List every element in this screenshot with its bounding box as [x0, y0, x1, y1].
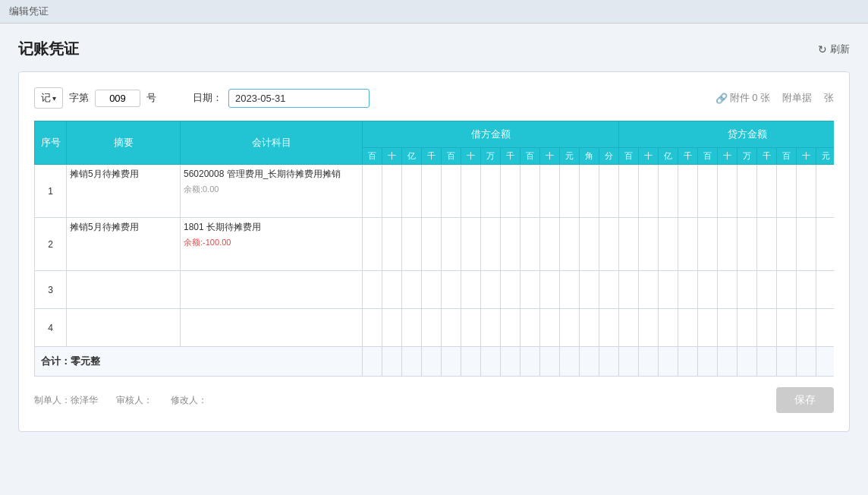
- debit-cell-r3-c12[interactable]: [599, 309, 619, 347]
- debit-cell-r0-c12[interactable]: [599, 165, 619, 218]
- credit-cell-r0-c7[interactable]: [757, 165, 777, 218]
- credit-cell-r0-c3[interactable]: [678, 165, 698, 218]
- debit-cell-r1-c7[interactable]: [501, 218, 520, 271]
- credit-cell-r3-c1[interactable]: [639, 309, 659, 347]
- debit-cell-r1-c9[interactable]: [540, 218, 560, 271]
- debit-cell-r2-c7[interactable]: [501, 271, 520, 309]
- credit-cell-r1-c0[interactable]: [619, 218, 639, 271]
- debit-cell-r0-c10[interactable]: [560, 165, 580, 218]
- debit-cell-r2-c11[interactable]: [580, 271, 599, 309]
- credit-cell-r3-c5[interactable]: [718, 309, 737, 347]
- credit-cell-r0-c5[interactable]: [718, 165, 737, 218]
- debit-cell-r2-c5[interactable]: [461, 271, 481, 309]
- date-input[interactable]: [228, 89, 370, 108]
- voucher-number-input[interactable]: [95, 90, 140, 107]
- debit-cell-r3-c4[interactable]: [442, 309, 461, 347]
- debit-cell-r0-c0[interactable]: [363, 165, 382, 218]
- debit-cell-r2-c2[interactable]: [402, 271, 422, 309]
- debit-cell-r1-c11[interactable]: [580, 218, 599, 271]
- debit-cell-r0-c5[interactable]: [461, 165, 481, 218]
- credit-cell-r0-c1[interactable]: [639, 165, 659, 218]
- credit-cell-r1-c1[interactable]: [639, 218, 659, 271]
- credit-cell-r2-c1[interactable]: [639, 271, 659, 309]
- credit-cell-r0-c4[interactable]: [698, 165, 718, 218]
- debit-cell-r1-c8[interactable]: [520, 218, 540, 271]
- debit-cell-r1-c4[interactable]: [442, 218, 461, 271]
- credit-cell-r0-c10[interactable]: [816, 165, 834, 218]
- debit-cell-r0-c11[interactable]: [580, 165, 599, 218]
- credit-cell-r2-c5[interactable]: [718, 271, 737, 309]
- credit-cell-r1-c9[interactable]: [797, 218, 816, 271]
- credit-cell-r3-c2[interactable]: [659, 309, 678, 347]
- table-row[interactable]: 4: [35, 309, 835, 347]
- save-button[interactable]: 保存: [776, 387, 834, 413]
- credit-cell-r3-c3[interactable]: [678, 309, 698, 347]
- debit-cell-r2-c9[interactable]: [540, 271, 560, 309]
- table-row[interactable]: 3: [35, 271, 835, 309]
- debit-cell-r2-c3[interactable]: [422, 271, 442, 309]
- credit-cell-r1-c6[interactable]: [737, 218, 757, 271]
- credit-cell-r3-c7[interactable]: [757, 309, 777, 347]
- debit-cell-r2-c0[interactable]: [363, 271, 382, 309]
- debit-cell-r0-c1[interactable]: [382, 165, 402, 218]
- voucher-type-button[interactable]: 记 ▾: [34, 87, 63, 109]
- credit-cell-r0-c9[interactable]: [797, 165, 816, 218]
- credit-cell-r1-c4[interactable]: [698, 218, 718, 271]
- credit-cell-r0-c2[interactable]: [659, 165, 678, 218]
- credit-cell-r3-c6[interactable]: [737, 309, 757, 347]
- debit-cell-r1-c6[interactable]: [481, 218, 501, 271]
- credit-cell-r1-c5[interactable]: [718, 218, 737, 271]
- debit-cell-r0-c7[interactable]: [501, 165, 520, 218]
- debit-cell-r0-c2[interactable]: [402, 165, 422, 218]
- debit-cell-r1-c10[interactable]: [560, 218, 580, 271]
- credit-cell-r2-c9[interactable]: [797, 271, 816, 309]
- debit-cell-r1-c0[interactable]: [363, 218, 382, 271]
- debit-cell-r2-c4[interactable]: [442, 271, 461, 309]
- credit-cell-r1-c10[interactable]: [816, 218, 834, 271]
- table-row[interactable]: 2摊销5月待摊费用1801 长期待摊费用余额:-100.00: [35, 218, 835, 271]
- debit-cell-r1-c1[interactable]: [382, 218, 402, 271]
- credit-cell-r2-c3[interactable]: [678, 271, 698, 309]
- debit-cell-r3-c0[interactable]: [363, 309, 382, 347]
- debit-cell-r3-c7[interactable]: [501, 309, 520, 347]
- debit-cell-r1-c12[interactable]: [599, 218, 619, 271]
- debit-cell-r0-c3[interactable]: [422, 165, 442, 218]
- debit-cell-r0-c6[interactable]: [481, 165, 501, 218]
- debit-cell-r3-c3[interactable]: [422, 309, 442, 347]
- debit-cell-r3-c11[interactable]: [580, 309, 599, 347]
- credit-cell-r1-c3[interactable]: [678, 218, 698, 271]
- credit-cell-r0-c6[interactable]: [737, 165, 757, 218]
- row-summary-0[interactable]: 摊销5月待摊费用: [67, 165, 181, 218]
- debit-cell-r3-c5[interactable]: [461, 309, 481, 347]
- credit-cell-r0-c8[interactable]: [777, 165, 797, 218]
- debit-cell-r3-c8[interactable]: [520, 309, 540, 347]
- debit-cell-r3-c9[interactable]: [540, 309, 560, 347]
- credit-cell-r1-c7[interactable]: [757, 218, 777, 271]
- row-summary-1[interactable]: 摊销5月待摊费用: [67, 218, 181, 271]
- debit-cell-r0-c8[interactable]: [520, 165, 540, 218]
- credit-cell-r2-c4[interactable]: [698, 271, 718, 309]
- credit-cell-r2-c7[interactable]: [757, 271, 777, 309]
- debit-cell-r2-c1[interactable]: [382, 271, 402, 309]
- table-row[interactable]: 1摊销5月待摊费用56020008 管理费用_长期待摊费用摊销余额:0.00: [35, 165, 835, 218]
- debit-cell-r0-c4[interactable]: [442, 165, 461, 218]
- debit-cell-r1-c3[interactable]: [422, 218, 442, 271]
- row-account-0[interactable]: 56020008 管理费用_长期待摊费用摊销余额:0.00: [181, 165, 363, 218]
- credit-cell-r2-c2[interactable]: [659, 271, 678, 309]
- debit-cell-r2-c6[interactable]: [481, 271, 501, 309]
- debit-cell-r2-c8[interactable]: [520, 271, 540, 309]
- credit-cell-r3-c4[interactable]: [698, 309, 718, 347]
- debit-cell-r3-c2[interactable]: [402, 309, 422, 347]
- credit-cell-r0-c0[interactable]: [619, 165, 639, 218]
- credit-cell-r3-c10[interactable]: [816, 309, 834, 347]
- debit-cell-r3-c10[interactable]: [560, 309, 580, 347]
- credit-cell-r1-c2[interactable]: [659, 218, 678, 271]
- credit-cell-r2-c8[interactable]: [777, 271, 797, 309]
- row-summary-2[interactable]: [67, 271, 181, 309]
- credit-cell-r3-c8[interactable]: [777, 309, 797, 347]
- debit-cell-r1-c2[interactable]: [402, 218, 422, 271]
- row-summary-3[interactable]: [67, 309, 181, 347]
- credit-cell-r2-c6[interactable]: [737, 271, 757, 309]
- row-account-3[interactable]: [181, 309, 363, 347]
- debit-cell-r0-c9[interactable]: [540, 165, 560, 218]
